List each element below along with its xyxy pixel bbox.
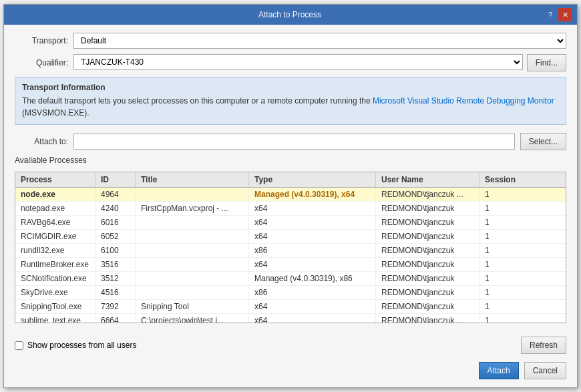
info-box-title: Transport Information — [22, 83, 559, 92]
table-cell: x64 — [249, 300, 376, 313]
bottom-bar: Show processes from all users Refresh — [4, 331, 577, 359]
table-cell: 6100 — [95, 244, 136, 257]
table-cell: 1 — [479, 286, 566, 299]
table-row[interactable]: RuntimeBroker.exe3516x64REDMOND\tjanczuk… — [15, 258, 566, 272]
col-header-process[interactable]: Process — [15, 172, 95, 187]
table-cell: 4964 — [95, 188, 136, 201]
table-cell: x86 — [249, 244, 376, 257]
transport-control-wrap: Default — [73, 33, 566, 49]
title-bar-controls: ? ✕ — [544, 8, 572, 21]
table-cell: Managed (v4.0.30319), x64 — [249, 188, 376, 201]
info-text-1: The default transport lets you select pr… — [22, 96, 371, 106]
table-cell: RAVBg64.exe — [15, 216, 95, 229]
table-cell: 1 — [479, 300, 566, 313]
select-button[interactable]: Select... — [520, 133, 566, 150]
table-cell: node.exe — [15, 188, 95, 201]
table-cell: 7392 — [95, 300, 136, 313]
available-processes-label: Available Processes — [15, 156, 566, 165]
table-cell — [136, 216, 249, 229]
table-cell: REDMOND\tjanczuk ... — [376, 188, 479, 201]
col-header-title[interactable]: Title — [136, 172, 249, 187]
attach-to-row: Attach to: Managed (v4.5, v4.0) code Sel… — [15, 133, 566, 150]
transport-label: Transport: — [15, 36, 68, 45]
table-row[interactable]: RAVBg64.exe6016x64REDMOND\tjanczuk1 — [15, 216, 566, 230]
table-cell: 4516 — [95, 286, 136, 299]
table-cell: x64 — [249, 230, 376, 243]
table-cell — [136, 230, 249, 243]
process-table: Process ID Title Type User Name Session … — [15, 172, 566, 323]
table-cell: 1 — [479, 202, 566, 215]
table-cell: RCIMGDIR.exe — [15, 230, 95, 243]
info-text-2: (MSVSMON.EXE). — [22, 108, 89, 118]
table-cell: 1 — [479, 272, 566, 285]
table-cell: x86 — [249, 286, 376, 299]
refresh-button[interactable]: Refresh — [521, 337, 566, 354]
table-cell: FirstCppMan.vcxproj - ... — [136, 202, 249, 215]
table-row[interactable]: sublime_text.exe6664C:\projects\owin\tes… — [15, 314, 566, 323]
table-row[interactable]: rundll32.exe6100x86REDMOND\tjanczuk1 — [15, 244, 566, 258]
table-cell: x64 — [249, 202, 376, 215]
table-cell: REDMOND\tjanczuk — [376, 216, 479, 229]
col-header-type[interactable]: Type — [249, 172, 376, 187]
table-cell: REDMOND\tjanczuk — [376, 272, 479, 285]
action-buttons-bar: Attach Cancel — [4, 359, 577, 387]
table-cell: 1 — [479, 258, 566, 271]
table-cell: REDMOND\tjanczuk — [376, 244, 479, 257]
help-button[interactable]: ? — [544, 8, 557, 21]
table-row[interactable]: SCNotification.exe3512Managed (v4.0.3031… — [15, 272, 566, 286]
attach-button[interactable]: Attach — [479, 362, 519, 379]
table-row[interactable]: RCIMGDIR.exe6052x64REDMOND\tjanczuk1 — [15, 230, 566, 244]
table-cell: 1 — [479, 188, 566, 201]
table-cell: rundll32.exe — [15, 244, 95, 257]
table-cell: 6664 — [95, 314, 136, 323]
table-cell: 6052 — [95, 230, 136, 243]
table-cell: REDMOND\tjanczuk — [376, 258, 479, 271]
table-row[interactable]: SkyDrive.exe4516x86REDMOND\tjanczuk1 — [15, 286, 566, 300]
dialog-body: Transport: Default Qualifier: TJANCZUK-T… — [4, 25, 577, 331]
col-header-id[interactable]: ID — [95, 172, 136, 187]
table-cell: 6016 — [95, 216, 136, 229]
table-cell: x64 — [249, 258, 376, 271]
close-button[interactable]: ✕ — [558, 8, 572, 21]
attach-to-input[interactable]: Managed (v4.5, v4.0) code — [73, 134, 515, 150]
table-row[interactable]: notepad.exe4240FirstCppMan.vcxproj - ...… — [15, 202, 566, 216]
show-all-checkbox[interactable] — [15, 341, 23, 350]
table-cell: notepad.exe — [15, 202, 95, 215]
table-cell — [136, 258, 249, 271]
dialog-title: Attach to Process — [36, 10, 544, 19]
qualifier-select[interactable]: TJANCZUK-T430 — [73, 54, 523, 70]
table-cell: x64 — [249, 314, 376, 323]
transport-select[interactable]: Default — [73, 33, 566, 49]
info-box-text: The default transport lets you select pr… — [22, 95, 559, 119]
qualifier-label: Qualifier: — [15, 58, 68, 67]
table-cell — [136, 286, 249, 299]
show-all-row: Show processes from all users — [15, 341, 136, 350]
table-header: Process ID Title Type User Name Session — [15, 172, 566, 188]
table-cell: 3516 — [95, 258, 136, 271]
right-buttons: Refresh — [521, 337, 566, 354]
col-header-session[interactable]: Session — [479, 172, 566, 187]
table-cell: 1 — [479, 230, 566, 243]
show-all-label[interactable]: Show processes from all users — [27, 341, 136, 350]
table-cell: REDMOND\tjanczuk — [376, 202, 479, 215]
table-cell: 1 — [479, 216, 566, 229]
find-button[interactable]: Find... — [527, 54, 566, 71]
table-body[interactable]: node.exe4964Managed (v4.0.30319), x64RED… — [15, 188, 566, 323]
table-cell: C:\projects\owin\test.j... — [136, 314, 249, 323]
table-row[interactable]: SnippingTool.exe7392Snipping Toolx64REDM… — [15, 300, 566, 314]
attach-to-label: Attach to: — [15, 137, 68, 146]
info-link[interactable]: Microsoft Visual Studio Remote Debugging… — [373, 96, 554, 106]
attach-to-process-dialog: Attach to Process ? ✕ Transport: Default… — [3, 4, 578, 388]
table-cell: RuntimeBroker.exe — [15, 258, 95, 271]
col-header-user[interactable]: User Name — [376, 172, 479, 187]
transport-info-box: Transport Information The default transp… — [15, 77, 566, 125]
table-cell — [136, 188, 249, 201]
table-row[interactable]: node.exe4964Managed (v4.0.30319), x64RED… — [15, 188, 566, 202]
table-cell: sublime_text.exe — [15, 314, 95, 323]
cancel-button[interactable]: Cancel — [524, 362, 566, 379]
table-cell: 3512 — [95, 272, 136, 285]
table-cell — [136, 244, 249, 257]
table-cell: SkyDrive.exe — [15, 286, 95, 299]
table-cell: Managed (v4.0.30319), x86 — [249, 272, 376, 285]
table-cell: Snipping Tool — [136, 300, 249, 313]
